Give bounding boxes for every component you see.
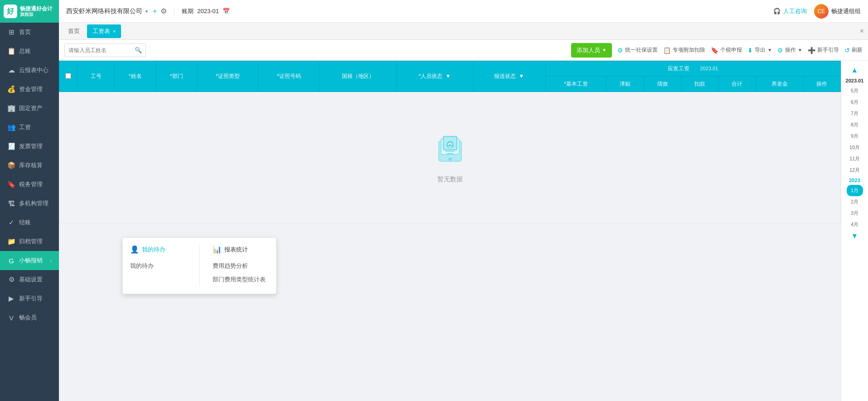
toolbar-right: 添加人员 ▼ ⚙ 统一社保设置 📋 专项附加扣除 🔖 个税申报 ⬇ 导出 ▼ ⚙ — [571, 43, 863, 58]
idtype-header: *证照类型 — [197, 61, 258, 92]
svg-rect-7 — [446, 153, 454, 154]
search-icon: 🔍 — [135, 47, 142, 53]
sidebar-item-newguide[interactable]: ▶ 新手引导 — [0, 289, 59, 308]
tab-close-icon[interactable]: × — [113, 29, 116, 34]
calendar-icon: 📅 — [223, 8, 230, 14]
sidebar-item-funds[interactable]: 💰 资金管理 — [0, 80, 59, 99]
timeline-10[interactable]: 10月 — [841, 142, 868, 153]
popup-col-reports: 📊 报表统计 费用趋势分析 部门费用类型统计表 — [213, 245, 269, 286]
xiaochang-icon: G — [7, 257, 15, 265]
timeline-panel: ▲ 2023.01 5月 6月 7月 8月 9月 10月 11月 12月 202… — [841, 61, 868, 401]
timeline-up[interactable]: ▲ — [849, 64, 860, 76]
company-selector[interactable]: 西安虾米网络科技有限公司 ▼ — [66, 7, 149, 15]
sidebar-item-basic[interactable]: ⚙ 基础设置 — [0, 270, 59, 289]
company-dropdown-icon: ▼ — [144, 9, 149, 14]
sidebar-item-salary[interactable]: 👥 工资 — [0, 118, 59, 137]
salary-icon: 👥 — [7, 123, 15, 131]
sidebar-collapse-icon: ‹ — [50, 258, 52, 263]
new-guide-action[interactable]: ➕ 新手引导 — [808, 46, 839, 54]
topbar-add-icon[interactable]: + — [153, 7, 157, 15]
operations-icon: ⚙ — [777, 47, 783, 54]
todo-icon: 👤 — [130, 245, 139, 254]
sidebar-item-multiorg[interactable]: 🏗 多机构管理 — [0, 194, 59, 213]
topbar: 西安虾米网络科技有限公司 ▼ + ⚙ 账期 2023-01 📅 🎧 人工咨询 C… — [59, 0, 868, 23]
timeline-12[interactable]: 12月 — [841, 164, 868, 176]
logo-icon: 好 — [4, 5, 17, 18]
assets-icon: 🏢 — [7, 104, 15, 112]
search-box: 🔍 — [64, 43, 146, 57]
funds-icon: 💰 — [7, 85, 15, 93]
salary-table: 工号 *姓名 *部门 *证照类型 *证照号码 国籍（地区） *人员状态 ▼ 报送… — [59, 61, 841, 224]
checkbox-header[interactable] — [59, 61, 78, 92]
support-button[interactable]: 🎧 人工咨询 — [773, 7, 807, 15]
user-menu[interactable]: CE 畅捷通组组 — [814, 4, 861, 19]
tabbar: 首页 工资表 × ✕ — [59, 23, 868, 40]
timeline-11[interactable]: 11月 — [841, 153, 868, 164]
timeline-8[interactable]: 8月 — [841, 119, 868, 130]
popup-my-todo[interactable]: 我的待办 — [130, 259, 187, 273]
topbar-right: 🎧 人工咨询 CE 畅捷通组组 — [773, 4, 861, 19]
allowance-header: 津贴 — [606, 77, 644, 92]
timeline-down[interactable]: ▼ — [849, 230, 860, 242]
timeline-9[interactable]: 9月 — [841, 130, 868, 142]
sidebar-item-invoice[interactable]: 🧾 发票管理 — [0, 137, 59, 156]
sidebar-item-closing[interactable]: ✓ 结账 — [0, 213, 59, 232]
headset-icon: 🎧 — [773, 8, 781, 14]
report-filter-icon[interactable]: ▼ — [519, 73, 524, 79]
social-insurance-action[interactable]: ⚙ 统一社保设置 — [617, 46, 658, 54]
tax-report-action[interactable]: 🔖 个税申报 — [711, 46, 742, 54]
popup-col-todo: 👤 我的待办 我的待办 — [130, 245, 187, 286]
popup-expense-trend[interactable]: 费用趋势分析 — [213, 259, 269, 273]
sidebar-item-tax[interactable]: 🔖 税务管理 — [0, 175, 59, 194]
dropdown-popup: 👤 我的待办 我的待办 📊 报表统计 费用趋势分析 部门费用类型统计表 — [122, 237, 276, 294]
timeline-4[interactable]: 4月 — [841, 219, 868, 230]
status-header: *人员状态 ▼ — [397, 61, 473, 92]
sidebar-item-vip[interactable]: V 畅会员 — [0, 308, 59, 327]
timeline-6[interactable]: 6月 — [841, 97, 868, 108]
empty-state-cell: 暂无数据 — [59, 92, 841, 224]
select-all-checkbox[interactable] — [65, 73, 71, 79]
refresh-action[interactable]: ↺ 刷新 — [844, 46, 863, 54]
user-name: 畅捷通组组 — [831, 7, 861, 15]
company-name: 西安虾米网络科技有限公司 — [66, 7, 142, 15]
timeline-7[interactable]: 7月 — [841, 108, 868, 119]
ops-dropdown-icon: ▼ — [798, 48, 802, 53]
sidebar-item-inventory[interactable]: 📦 库存核算 — [0, 156, 59, 175]
sidebar-item-assets[interactable]: 🏢 固定资产 — [0, 99, 59, 118]
sidebar-item-home[interactable]: ⊞ 首页 — [0, 23, 59, 42]
name-header: *姓名 — [115, 61, 156, 92]
special-deduct-action[interactable]: 📋 专项附加扣除 — [663, 46, 705, 54]
tab-home[interactable]: 首页 — [63, 24, 85, 38]
period-selector[interactable]: 账期 2023-01 📅 — [182, 7, 230, 15]
sidebar-item-reports[interactable]: ☁ 云报表中心 — [0, 61, 59, 80]
popup-dept-expense[interactable]: 部门费用类型统计表 — [213, 273, 269, 286]
social-insurance-icon: ⚙ — [617, 47, 623, 54]
status-filter-icon[interactable]: ▼ — [446, 73, 451, 79]
home-icon: ⊞ — [7, 28, 15, 36]
table-container: 工号 *姓名 *部门 *证照类型 *证照号码 国籍（地区） *人员状态 ▼ 报送… — [59, 61, 841, 401]
svg-point-5 — [451, 144, 452, 145]
sidebar-item-xiaochang[interactable]: G 小畅报销 ‹ — [0, 251, 59, 270]
topbar-divider — [174, 7, 175, 16]
timeline-year-prev: 2023.01 — [846, 76, 864, 85]
empty-illustration — [432, 132, 468, 168]
sidebar-item-archive[interactable]: 📁 归档管理 — [0, 232, 59, 251]
timeline-year-current: 2023 — [849, 176, 860, 185]
add-person-button[interactable]: 添加人员 ▼ — [571, 43, 612, 58]
operation-header: 操作 — [803, 77, 841, 92]
cloud-icon: ☁ — [7, 66, 15, 74]
tab-close-all[interactable]: ✕ — [859, 28, 864, 34]
timeline-5[interactable]: 5月 — [841, 85, 868, 97]
timeline-2[interactable]: 2月 — [841, 196, 868, 208]
timeline-3[interactable]: 3月 — [841, 208, 868, 219]
topbar-settings-icon[interactable]: ⚙ — [160, 7, 167, 15]
basic-icon: ⚙ — [7, 275, 15, 284]
export-action[interactable]: ⬇ 导出 ▼ — [747, 46, 772, 54]
sidebar-item-ledger[interactable]: 📋 总账 — [0, 42, 59, 61]
tab-salary[interactable]: 工资表 × — [87, 24, 121, 38]
operations-action[interactable]: ⚙ 操作 ▼ — [777, 46, 802, 54]
search-input[interactable] — [68, 47, 132, 53]
timeline-1-active[interactable]: 1月 — [847, 185, 863, 196]
svg-point-4 — [448, 144, 449, 145]
deduct-icon: 📋 — [663, 47, 671, 54]
